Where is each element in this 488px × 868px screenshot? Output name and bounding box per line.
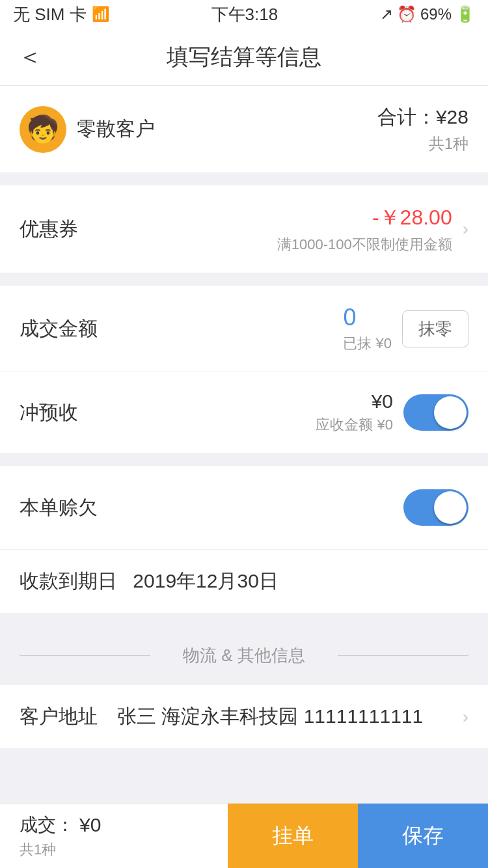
- logistics-line-right: [338, 655, 468, 656]
- coupon-chevron-icon: ›: [463, 219, 468, 239]
- prepay-label: 冲预收: [20, 400, 78, 426]
- deal-amount-label: 成交金额: [20, 316, 98, 342]
- debt-toggle-knob: [434, 491, 467, 524]
- nav-bar: ＜ 填写结算等信息: [0, 29, 488, 86]
- logistics-header: 物流 & 其他信息: [0, 626, 488, 685]
- deal-prepay-section: 成交金额 0 已抹 ¥0 抹零 冲预收 ¥0 应收金额 ¥0: [0, 286, 488, 453]
- bottom-deal-label: 成交：: [20, 813, 74, 837]
- coupon-discount: -￥28.00: [277, 204, 452, 232]
- customer-name: 零散客户: [77, 116, 155, 142]
- customer-left: 🧒 零散客户: [20, 106, 155, 153]
- due-date-label: 收款到期日: [20, 570, 117, 591]
- bottom-count: 共1种: [20, 840, 208, 860]
- prepay-row: 冲预收 ¥0 应收金额 ¥0: [0, 372, 488, 453]
- address-value: 张三 海淀永丰科技园 11111111111: [117, 703, 456, 730]
- address-label: 客户地址: [20, 703, 98, 730]
- battery-icon: 🔋: [455, 5, 475, 23]
- coupon-right: -￥28.00 满1000-100不限制使用金额 ›: [277, 204, 468, 254]
- due-date-row: 收款到期日 2019年12月30日: [0, 549, 488, 613]
- hold-button[interactable]: 挂单: [228, 804, 358, 869]
- coupon-value-block: -￥28.00 满1000-100不限制使用金额: [277, 204, 452, 254]
- status-bar: 无 SIM 卡 📶 下午3:18 ↗ ⏰ 69% 🔋: [0, 0, 488, 29]
- prepay-amount: ¥0: [316, 390, 393, 413]
- total-amount: 合计：¥28: [377, 104, 468, 131]
- address-row[interactable]: 客户地址 张三 海淀永丰科技园 11111111111 ›: [0, 685, 488, 748]
- customer-section: 🧒 零散客户 合计：¥28 共1种: [0, 86, 488, 172]
- prepay-value-block: ¥0 应收金额 ¥0: [316, 390, 393, 435]
- location-icon: ↗: [380, 5, 393, 23]
- deducted-text: 已抹 ¥0: [343, 334, 392, 353]
- due-date-value: 2019年12月30日: [133, 570, 278, 591]
- wifi-icon: 📶: [92, 6, 109, 23]
- bottom-deal-row: 成交： ¥0: [20, 813, 208, 837]
- logistics-line-left: [20, 655, 150, 656]
- save-button[interactable]: 保存: [358, 804, 488, 869]
- logistics-text: 物流 & 其他信息: [183, 644, 305, 667]
- address-section: 客户地址 张三 海淀永丰科技园 11111111111 ›: [0, 685, 488, 748]
- prepay-toggle[interactable]: [403, 394, 468, 431]
- alarm-icon: ⏰: [397, 5, 416, 23]
- deal-amount-right: 0 已抹 ¥0 抹零: [343, 304, 468, 353]
- total-count: 共1种: [377, 133, 468, 154]
- back-button[interactable]: ＜: [18, 41, 42, 73]
- receivable-text: 应收金额 ¥0: [316, 415, 393, 435]
- deal-amount-value-block: 0 已抹 ¥0: [343, 304, 392, 353]
- coupon-sub: 满1000-100不限制使用金额: [277, 235, 452, 254]
- debt-section: 本单赊欠 收款到期日 2019年12月30日: [0, 466, 488, 613]
- bottom-bar: 成交： ¥0 共1种 挂单 保存: [0, 803, 488, 868]
- debt-row: 本单赊欠: [0, 466, 488, 549]
- address-chevron-icon: ›: [463, 707, 468, 727]
- prepay-right: ¥0 应收金额 ¥0: [316, 390, 468, 435]
- bottom-deal-amount: ¥0: [79, 814, 101, 836]
- battery-text: 69%: [420, 5, 452, 23]
- deal-amount-row: 成交金额 0 已抹 ¥0 抹零: [0, 286, 488, 372]
- coupon-section: 优惠券 -￥28.00 满1000-100不限制使用金额 ›: [0, 185, 488, 273]
- debt-label: 本单赊欠: [20, 495, 98, 521]
- deal-amount-value: 0: [343, 304, 392, 331]
- round-button[interactable]: 抹零: [402, 310, 468, 347]
- toggle-knob: [434, 396, 467, 429]
- debt-toggle[interactable]: [403, 489, 468, 526]
- coupon-row[interactable]: 优惠券 -￥28.00 满1000-100不限制使用金额 ›: [0, 185, 488, 273]
- bottom-info: 成交： ¥0 共1种: [0, 813, 228, 860]
- avatar-icon: 🧒: [27, 114, 59, 144]
- customer-row: 🧒 零散客户 合计：¥28 共1种: [0, 86, 488, 172]
- page-title: 填写结算等信息: [167, 42, 321, 72]
- carrier-text: 无 SIM 卡: [13, 3, 87, 26]
- coupon-label: 优惠券: [20, 216, 78, 243]
- time-display: 下午3:18: [211, 3, 278, 26]
- status-left: 无 SIM 卡 📶: [13, 3, 109, 26]
- status-right: ↗ ⏰ 69% 🔋: [380, 5, 475, 23]
- customer-right: 合计：¥28 共1种: [377, 104, 468, 154]
- avatar: 🧒: [20, 106, 66, 153]
